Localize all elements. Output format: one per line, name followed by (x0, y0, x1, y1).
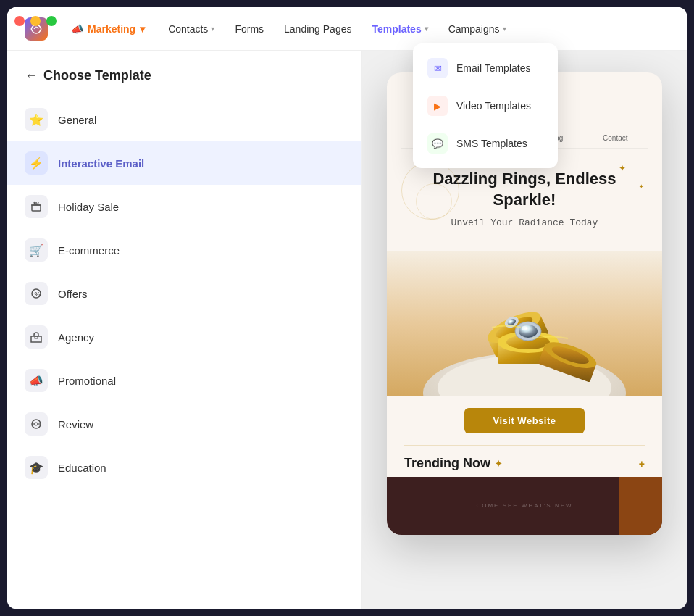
rings-svg (387, 251, 662, 396)
campaigns-label: Campaigns (448, 23, 500, 35)
education-label: Education (58, 462, 106, 474)
main-content: ← Choose Template ⭐ General ⚡ Interactiv… (7, 51, 687, 609)
chevron-down-icon: ▾ (425, 25, 428, 33)
template-item-interactive-email[interactable]: ⚡ Interactive Email (7, 141, 361, 185)
interactive-email-icon: ⚡ (25, 151, 48, 175)
left-panel: ← Choose Template ⭐ General ⚡ Interactiv… (7, 51, 362, 609)
general-label: General (58, 114, 96, 126)
video-templates-label: Video Templates (456, 100, 531, 112)
template-item-promotional[interactable]: 📣 Promotional (7, 359, 361, 402)
svg-point-6 (35, 423, 38, 425)
preview-subtitle: Unveil Your Radiance Today (404, 217, 645, 228)
traffic-lights (14, 16, 57, 26)
video-templates-icon: ▶ (427, 96, 448, 116)
general-icon: ⭐ (25, 108, 48, 131)
preview-bottom-strip: COME SEE WHAT'S NEW (387, 477, 662, 535)
ecommerce-icon: 🛒 (25, 238, 48, 262)
bottom-strip-text: COME SEE WHAT'S NEW (476, 501, 572, 511)
nav-links: Contacts ▾ Forms Landing Pages Templates… (168, 23, 669, 35)
template-item-education[interactable]: 🎓 Education (7, 446, 361, 489)
preview-headline: Dazzling Rings, Endless Sparkle! (404, 169, 645, 210)
sparkle-icon-1: ✦ (619, 163, 626, 173)
close-button[interactable] (14, 16, 25, 26)
back-navigation[interactable]: ← Choose Template (7, 68, 361, 98)
sparkle-icon-2: ✦ (639, 183, 644, 190)
email-templates-icon: ✉ (427, 58, 448, 78)
education-icon: 🎓 (25, 456, 48, 479)
landing-pages-label: Landing Pages (284, 23, 351, 35)
back-arrow-icon: ← (25, 68, 38, 83)
page-title: Choose Template (43, 68, 151, 83)
offers-icon: % (25, 282, 48, 305)
template-item-holiday-sale[interactable]: Holiday Sale (7, 185, 361, 228)
preview-cta: Visit Website (387, 396, 662, 445)
template-item-offers[interactable]: % Offers (7, 272, 361, 315)
minimize-button[interactable] (30, 16, 41, 26)
template-item-ecommerce[interactable]: 🛒 E-commerce (7, 228, 361, 272)
interactive-email-label: Interactive Email (58, 157, 144, 170)
template-category-list: ⭐ General ⚡ Interactive Email Holiday Sa… (7, 98, 361, 489)
svg-point-27 (522, 326, 527, 330)
agency-icon (25, 325, 48, 349)
preview-nav-contact: Contact (603, 134, 627, 142)
trending-sparkle-icon: ✦ (495, 459, 502, 469)
marketing-label: Marketing (88, 23, 135, 35)
svg-rect-0 (32, 205, 41, 211)
megaphone-icon: 📣 (71, 23, 83, 35)
dropdown-video-templates[interactable]: ▶ Video Templates (413, 87, 558, 125)
svg-rect-3 (31, 336, 41, 342)
preview-trending: Trending Now ✦ + (387, 446, 662, 477)
maximize-button[interactable] (46, 16, 57, 26)
dropdown-email-templates[interactable]: ✉ Email Templates (413, 49, 558, 87)
review-icon (25, 412, 48, 436)
svg-point-26 (519, 325, 538, 338)
templates-label: Templates (372, 23, 421, 35)
chevron-down-icon: ▾ (211, 25, 214, 33)
offers-label: Offers (58, 288, 88, 300)
template-item-review[interactable]: Review (7, 402, 361, 446)
svg-rect-4 (35, 336, 38, 338)
top-nav: 📣 Marketing ▾ Contacts ▾ Forms Landing P… (7, 7, 687, 51)
marketing-nav-item[interactable]: 📣 Marketing ▾ (71, 23, 145, 35)
nav-contacts[interactable]: Contacts ▾ (168, 23, 214, 35)
app-container: 📣 Marketing ▾ Contacts ▾ Forms Landing P… (7, 7, 687, 609)
templates-dropdown: ✉ Email Templates ▶ Video Templates 💬 SM… (413, 43, 558, 168)
nav-landing-pages[interactable]: Landing Pages (284, 23, 351, 35)
contacts-label: Contacts (168, 23, 208, 35)
template-item-general[interactable]: ⭐ General (7, 98, 361, 141)
promotional-icon: 📣 (25, 369, 48, 392)
chevron-down-icon: ▾ (140, 23, 145, 35)
visit-website-button[interactable]: Visit Website (464, 408, 585, 433)
bottom-accent (619, 477, 662, 535)
template-item-agency[interactable]: Agency (7, 315, 361, 359)
preview-hero: ✦ ✦ Dazzling Rings, Endless Sparkle! Unv… (387, 154, 662, 251)
email-templates-label: Email Templates (456, 62, 530, 74)
chevron-down-icon: ▾ (503, 25, 506, 33)
svg-text:%: % (35, 291, 41, 298)
sms-templates-label: SMS Templates (456, 138, 527, 149)
nav-campaigns[interactable]: Campaigns ▾ (448, 23, 506, 35)
agency-label: Agency (58, 331, 94, 344)
preview-ring-image (387, 251, 662, 396)
sms-templates-icon: 💬 (427, 133, 448, 154)
holiday-sale-icon (25, 195, 48, 218)
promotional-label: Promotional (58, 375, 116, 387)
dropdown-sms-templates[interactable]: 💬 SMS Templates (413, 125, 558, 162)
trending-label: Trending Now (404, 456, 490, 471)
ecommerce-label: E-commerce (58, 244, 120, 257)
forms-label: Forms (235, 23, 264, 35)
trending-plus-icon: + (639, 458, 645, 470)
nav-templates[interactable]: Templates ▾ (372, 23, 427, 35)
holiday-sale-label: Holiday Sale (58, 201, 119, 213)
nav-forms[interactable]: Forms (235, 23, 264, 35)
review-label: Review (58, 418, 93, 430)
